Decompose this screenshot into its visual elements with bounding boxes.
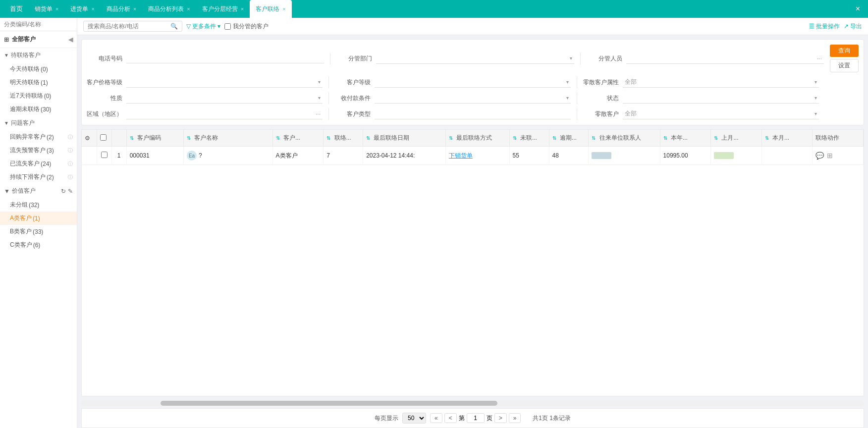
th-actions: 联络动作	[813, 130, 864, 147]
th-this-month[interactable]: ⇅ 本月...	[761, 130, 813, 147]
sidebar-item-b-class[interactable]: B类客户 (33)	[0, 225, 77, 238]
nav-tab-customer-contact[interactable]: 客户联络 ×	[250, 0, 291, 18]
toolbar-search-icon[interactable]: 🔍	[170, 23, 178, 30]
sidebar-item-overdue[interactable]: 逾期未联络 (30)	[0, 103, 77, 116]
setting-btn[interactable]: 设置	[830, 59, 859, 72]
filter-cust-level-select[interactable]: ▾	[375, 77, 571, 88]
filter-phone-input[interactable]	[126, 54, 324, 63]
sidebar-search-input[interactable]	[4, 21, 77, 28]
sort-last-method-icon: ⇅	[449, 135, 453, 141]
page-suffix: 页	[487, 414, 492, 423]
filter-retail-cust-select[interactable]: 全部 ▾	[623, 108, 819, 119]
sidebar-item-churn-warning[interactable]: 流失预警客户 (3) ⓘ	[0, 144, 77, 157]
filter-payment-select[interactable]: ▾	[375, 93, 571, 104]
sidebar-collapse-btn[interactable]: ◀	[68, 36, 73, 43]
qr-icon[interactable]: ⊞	[827, 152, 833, 160]
last-page-btn[interactable]: »	[509, 413, 521, 423]
sort-unit-contacts-icon: ⇅	[592, 135, 596, 141]
filter-nature-select[interactable]: ▾	[126, 93, 323, 104]
filter-person-select[interactable]: ···	[626, 53, 824, 64]
nav-tab-analysis-list[interactable]: 商品分析列表 ×	[142, 0, 196, 18]
row-last-method[interactable]: 下销货单	[445, 147, 509, 165]
horizontal-scrollbar[interactable]	[81, 400, 864, 406]
sidebar-item-c-class[interactable]: C类客户 (6)	[0, 238, 77, 252]
scrollbar-thumb[interactable]	[161, 401, 497, 406]
sidebar-item-declining[interactable]: 持续下滑客户 (2) ⓘ	[0, 170, 77, 184]
filter-retail-attr-select[interactable]: 全部 ▾	[623, 77, 819, 88]
th-cust-type[interactable]: ⇅ 客户...	[272, 130, 324, 147]
th-contact-count[interactable]: ⇅ 联络...	[324, 130, 363, 147]
filter-more-btn[interactable]: ▽ 更多条件 ▾	[186, 22, 220, 31]
sidebar-item-7days[interactable]: 近7天待联络 (0)	[0, 89, 77, 103]
nav-tab-salelist[interactable]: 销货单 ×	[29, 0, 64, 18]
toolbar-search-input[interactable]	[88, 23, 170, 30]
close-tab-salelist[interactable]: ×	[55, 6, 58, 12]
filter-cust-type: 客户类型	[335, 108, 571, 119]
chat-icon[interactable]: 💬	[815, 152, 824, 160]
th-this-year[interactable]: ⇅ 本年...	[660, 130, 711, 147]
first-page-btn[interactable]: «	[430, 413, 442, 423]
page-size-select[interactable]: 50	[402, 413, 426, 424]
filter-dept-label: 分管部门	[336, 54, 376, 63]
close-tab-customer-contact[interactable]: ×	[282, 6, 285, 12]
row-unit-contacts	[589, 147, 660, 165]
refresh-icon[interactable]: ↻	[61, 188, 66, 195]
sidebar-item-unclassified[interactable]: 未分组 (32)	[0, 198, 77, 212]
th-last-month[interactable]: ⇅ 上月...	[711, 130, 762, 147]
my-customers-checkbox[interactable]	[224, 23, 231, 30]
filter-cust-type-select[interactable]	[375, 108, 571, 119]
sidebar-group-problem[interactable]: ▼ 问题客户	[0, 116, 77, 130]
th-unit-contacts[interactable]: ⇅ 往来单位联系人	[589, 130, 660, 147]
toolbar: 🔍 ▽ 更多条件 ▾ 我分管的客户 ☰ 批量操作 ↗ 导出	[77, 18, 868, 35]
sidebar-item-churned[interactable]: 已流失客户 (24) ⓘ	[0, 157, 77, 170]
nav-tab-purchase[interactable]: 进货单 ×	[64, 0, 100, 18]
close-tab-purchase[interactable]: ×	[91, 6, 94, 12]
th-name[interactable]: ⇅ 客户名称	[184, 130, 273, 147]
query-btn[interactable]: 查询	[830, 45, 859, 57]
filter-icon: ▽	[186, 23, 191, 30]
person-dots-icon: ···	[817, 55, 822, 62]
row-checkbox[interactable]	[101, 152, 108, 158]
row-overdue: 48	[549, 147, 589, 165]
filter-nature-label: 性质	[87, 94, 126, 103]
region-dots-icon: ···	[316, 110, 321, 117]
info-icon-declining: ⓘ	[68, 174, 73, 181]
filter-dept-select[interactable]: ▾	[376, 53, 574, 64]
nav-home[interactable]: 首页	[4, 0, 29, 18]
sidebar-group-value[interactable]: ▼ 价值客户 ↻ ✎	[0, 184, 77, 198]
close-tab-analysis-list[interactable]: ×	[187, 6, 190, 12]
th-last-method[interactable]: ⇅ 最后联络方式	[445, 130, 509, 147]
filter-status-select[interactable]: ▾	[623, 93, 819, 104]
sidebar-item-abnormal[interactable]: 回购异常客户 (2) ⓘ	[0, 130, 77, 144]
th-last-date[interactable]: ⇅ 最后联络日期	[363, 130, 446, 147]
row-last-month	[711, 147, 762, 165]
th-not-contacted[interactable]: ⇅ 未联...	[509, 130, 549, 147]
batch-op-btn[interactable]: ☰ 批量操作	[809, 22, 840, 31]
my-customers-toggle[interactable]: 我分管的客户	[224, 22, 269, 31]
filter-price-level-select[interactable]: ▾	[126, 77, 323, 88]
sidebar-item-tomorrow[interactable]: 明天待联络 (1)	[0, 76, 77, 89]
page-num-input[interactable]	[467, 413, 485, 423]
row-code[interactable]: 000031	[126, 147, 183, 165]
filter-region-select[interactable]: ···	[126, 108, 323, 119]
sidebar-item-today[interactable]: 今天待联络 (0)	[0, 62, 77, 76]
next-page-btn[interactable]: >	[494, 413, 507, 423]
nav-close-all[interactable]: ×	[852, 4, 864, 13]
prev-page-btn[interactable]: <	[444, 413, 457, 423]
edit-icon[interactable]: ✎	[68, 188, 73, 195]
close-tab-analysis[interactable]: ×	[133, 6, 136, 12]
select-all-checkbox[interactable]	[100, 134, 107, 141]
sidebar-all-customers[interactable]: ⊞ 全部客户 ◀	[0, 31, 77, 48]
nav-tab-customer-segment[interactable]: 客户分层经营 ×	[196, 0, 250, 18]
sidebar-group-pending[interactable]: ▼ 待联络客户	[0, 48, 77, 62]
sidebar-item-a-class[interactable]: A类客户 (1)	[0, 212, 77, 225]
close-tab-customer-segment[interactable]: ×	[241, 6, 244, 12]
top-nav: 首页 销货单 × 进货单 × 商品分析 × 商品分析列表 × 客户分层经营 × …	[0, 0, 868, 18]
export-btn[interactable]: ↗ 导出	[844, 22, 862, 31]
th-gear[interactable]: ⚙	[82, 130, 97, 147]
row-num: 1	[111, 147, 126, 165]
th-code[interactable]: ⇅ 客户编码	[126, 130, 183, 147]
row-this-month	[761, 147, 813, 165]
nav-tab-analysis[interactable]: 商品分析 ×	[101, 0, 142, 18]
th-overdue[interactable]: ⇅ 逾期...	[549, 130, 589, 147]
